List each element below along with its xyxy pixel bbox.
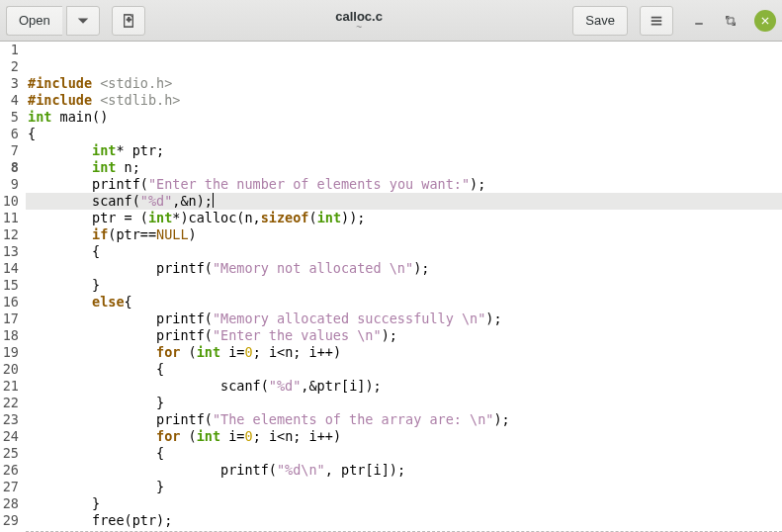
code-line[interactable]: #include <stdlib.h> bbox=[26, 92, 782, 109]
code-line[interactable]: printf("%d\n", ptr[i]); bbox=[26, 462, 782, 479]
code-area[interactable]: #include <stdio.h>#include <stdlib.h>int… bbox=[26, 42, 782, 532]
code-line[interactable]: #include <stdio.h> bbox=[26, 75, 782, 92]
line-number-gutter: 1234567891011121314151617181920212223242… bbox=[0, 42, 26, 532]
line-number: 11 bbox=[0, 210, 19, 226]
line-number: 3 bbox=[0, 75, 19, 92]
code-editor[interactable]: 1234567891011121314151617181920212223242… bbox=[0, 42, 782, 532]
line-number: 7 bbox=[0, 142, 19, 159]
line-number: 13 bbox=[0, 243, 19, 260]
new-document-icon bbox=[122, 14, 135, 28]
line-number: 5 bbox=[0, 109, 19, 126]
code-line[interactable]: printf("Memory not allocated \n"); bbox=[26, 260, 782, 277]
chevron-down-icon bbox=[76, 14, 90, 28]
hamburger-icon bbox=[650, 14, 663, 28]
line-number: 22 bbox=[0, 395, 19, 411]
line-number: 14 bbox=[0, 260, 19, 277]
code-line[interactable]: int main() bbox=[26, 109, 782, 126]
maximize-button[interactable] bbox=[717, 10, 744, 32]
code-line[interactable]: for (int i=0; i<n; i++) bbox=[26, 428, 782, 445]
svg-rect-1 bbox=[695, 23, 703, 25]
code-line[interactable]: printf("Enter the values \n"); bbox=[26, 327, 782, 344]
line-number: 1 bbox=[0, 42, 19, 58]
line-number: 18 bbox=[0, 327, 19, 344]
code-line[interactable]: } bbox=[26, 395, 782, 411]
code-line[interactable]: free(ptr); bbox=[26, 512, 782, 529]
open-button[interactable]: Open bbox=[6, 6, 62, 36]
new-tab-button[interactable] bbox=[112, 6, 145, 36]
line-number: 19 bbox=[0, 344, 19, 361]
title-area: calloc.c ~ bbox=[145, 9, 573, 33]
code-line[interactable]: printf("The elements of the array are: \… bbox=[26, 411, 782, 428]
save-label: Save bbox=[585, 13, 615, 28]
line-number: 29 bbox=[0, 512, 19, 529]
code-line[interactable]: scanf("%d",&ptr[i]); bbox=[26, 378, 782, 395]
line-number: 28 bbox=[0, 495, 19, 512]
line-number: 6 bbox=[0, 126, 19, 142]
code-line[interactable]: if(ptr==NULL) bbox=[26, 226, 782, 243]
line-number: 12 bbox=[0, 226, 19, 243]
code-line[interactable]: { bbox=[26, 243, 782, 260]
code-line[interactable]: { bbox=[26, 361, 782, 378]
text-cursor bbox=[213, 193, 214, 208]
save-button[interactable]: Save bbox=[572, 6, 628, 36]
code-line[interactable]: for (int i=0; i<n; i++) bbox=[26, 344, 782, 361]
line-number: 20 bbox=[0, 361, 19, 378]
code-line[interactable]: } bbox=[26, 495, 782, 512]
minimize-button[interactable] bbox=[685, 10, 713, 32]
code-line[interactable]: { bbox=[26, 445, 782, 462]
line-number: 15 bbox=[0, 277, 19, 294]
menu-button[interactable] bbox=[640, 6, 673, 36]
line-number: 24 bbox=[0, 428, 19, 445]
line-number: 10 bbox=[0, 193, 19, 210]
header-bar: Open calloc.c ~ Save bbox=[0, 0, 782, 42]
code-line[interactable]: int* ptr; bbox=[26, 142, 782, 159]
line-number: 16 bbox=[0, 294, 19, 310]
code-line[interactable]: { bbox=[26, 126, 782, 142]
line-number: 26 bbox=[0, 462, 19, 479]
line-number: 27 bbox=[0, 479, 19, 495]
close-button[interactable] bbox=[754, 10, 776, 32]
window-subtitle: ~ bbox=[356, 22, 362, 33]
code-line[interactable]: } bbox=[26, 479, 782, 495]
code-line[interactable]: int n; bbox=[26, 159, 782, 176]
close-icon bbox=[760, 16, 770, 26]
open-label: Open bbox=[19, 13, 50, 28]
line-number: 4 bbox=[0, 92, 19, 109]
code-line[interactable]: } bbox=[26, 277, 782, 294]
open-recent-button[interactable] bbox=[66, 6, 100, 36]
line-number: 2 bbox=[0, 58, 19, 75]
line-number: 17 bbox=[0, 310, 19, 327]
code-line[interactable]: printf("Enter the number of elements you… bbox=[26, 176, 782, 193]
minimize-icon bbox=[693, 15, 705, 27]
line-number: 23 bbox=[0, 411, 19, 428]
code-line[interactable]: ptr = (int*)calloc(n,sizeof(int)); bbox=[26, 210, 782, 226]
code-line[interactable]: printf("Memory allocated successfully \n… bbox=[26, 310, 782, 327]
maximize-icon bbox=[725, 15, 737, 27]
line-number: 8 bbox=[0, 159, 19, 176]
line-number: 9 bbox=[0, 176, 19, 193]
line-number: 21 bbox=[0, 378, 19, 395]
code-line[interactable]: scanf("%d",&n); bbox=[26, 193, 782, 210]
line-number: 25 bbox=[0, 445, 19, 462]
code-line[interactable]: else{ bbox=[26, 294, 782, 310]
